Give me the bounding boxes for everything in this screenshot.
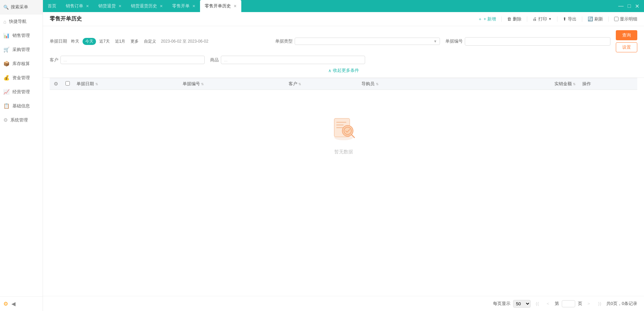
sidebar-item-finance[interactable]: 💰 资金管理 — [0, 71, 43, 85]
customer-label: 客户 — [50, 57, 58, 63]
column-settings-icon[interactable]: ⚙ — [53, 80, 59, 87]
query-button[interactable]: 查询 — [616, 30, 637, 40]
print-dropdown-icon: ▼ — [548, 17, 552, 21]
print-button[interactable]: 🖨 打印 ▼ — [533, 16, 552, 22]
col-customer-label: 客户 — [289, 81, 297, 86]
filter-row-2: 客户 ... 商品 ... — [50, 56, 637, 64]
settings-button[interactable]: 设置 — [616, 42, 637, 52]
date-btn-today[interactable]: 今天 — [83, 38, 96, 45]
tab-retail-open-history-label: 零售开单历史 — [205, 3, 231, 9]
tab-retail-open-history-close[interactable]: ✕ — [234, 4, 237, 8]
sort-date-icon[interactable]: ⇅ — [95, 82, 98, 86]
svg-rect-2 — [336, 122, 346, 123]
page-header: 零售开单历史 ＋ + 新增 🗑 删除 🖨 打印 ▼ — [43, 12, 644, 26]
sidebar-item-label: 销售管理 — [12, 33, 30, 39]
sort-guide-icon[interactable]: ⇅ — [376, 82, 379, 86]
sidebar-bottom: ⚙ ◀ — [0, 296, 43, 311]
product-input[interactable]: ... — [221, 56, 365, 64]
sidebar-item-label: 资金管理 — [12, 75, 30, 81]
tab-sales-return-history-close[interactable]: ✕ — [160, 4, 163, 8]
sidebar-search-label: 搜索采单 — [11, 4, 28, 10]
tab-sales-return-label: 销货退货 — [98, 3, 116, 9]
collapse-button[interactable]: ∧ 收起更多条件 — [50, 67, 637, 73]
sort-amount-icon[interactable]: ⇅ — [573, 82, 576, 86]
tab-sales-return-history[interactable]: 销货退货历史 ✕ — [126, 0, 167, 12]
th-amount: 实销金额 ⇅ — [473, 78, 579, 90]
date-btn-more[interactable]: 更多 — [129, 38, 141, 45]
tab-home[interactable]: 首页 — [43, 0, 61, 12]
show-detail-input[interactable] — [614, 17, 618, 21]
basic-icon: 📋 — [3, 103, 10, 109]
sidebar-item-basic-info[interactable]: 📋 基础信息 — [0, 99, 43, 113]
add-button[interactable]: ＋ + 新增 — [478, 16, 496, 22]
delete-button[interactable]: 🗑 删除 — [507, 16, 522, 22]
sidebar-item-inventory[interactable]: 📦 库存核算 — [0, 57, 43, 71]
sidebar-search[interactable]: 🔍 搜索采单 — [0, 0, 43, 14]
date-filter-label: 单据日期 — [50, 38, 67, 44]
gear-bottom-icon[interactable]: ⚙ — [3, 301, 8, 307]
table-container: ⚙ 单据日期 ⇅ 单据编号 ⇅ — [50, 78, 637, 296]
delete-icon: 🗑 — [507, 16, 511, 21]
sidebar-item-ops-mgmt[interactable]: 📈 经营管理 — [0, 85, 43, 99]
empty-illustration — [327, 110, 360, 144]
filter-doc-type: 单据类型 ▼ — [275, 38, 440, 45]
th-settings: ⚙ — [50, 78, 62, 90]
date-btn-yesterday[interactable]: 昨天 — [69, 38, 81, 45]
close-button[interactable]: ✕ — [634, 2, 641, 10]
tab-retail-open-history[interactable]: 零售开单历史 ✕ — [200, 0, 241, 12]
filter-doc-no: 单据编号 — [445, 37, 610, 46]
tab-sales-order[interactable]: 销售订单 ✕ — [61, 0, 94, 12]
doc-type-label: 单据类型 — [275, 38, 293, 44]
query-buttons: 查询 设置 — [616, 30, 637, 52]
prev-page-button[interactable]: ＜ — [544, 300, 552, 308]
sidebar-item-sales-mgmt[interactable]: 📊 销售管理 — [0, 29, 43, 43]
print-icon: 🖨 — [533, 16, 537, 21]
add-icon: ＋ — [478, 16, 482, 22]
sort-no-icon[interactable]: ⇅ — [201, 82, 204, 86]
divider-3 — [557, 16, 557, 22]
last-page-button[interactable]: ⟩⟩ — [596, 300, 604, 308]
doc-type-select[interactable]: ▼ — [295, 38, 440, 45]
refresh-icon: 🔄 — [588, 16, 593, 21]
date-btn-custom[interactable]: 自定义 — [142, 38, 158, 45]
sidebar-item-quick-nav[interactable]: ⌂ 快捷导航 — [0, 14, 43, 29]
table-area: ⚙ 单据日期 ⇅ 单据编号 ⇅ — [43, 78, 644, 296]
date-btn-1month[interactable]: 近1月 — [113, 38, 128, 45]
page-number-input[interactable]: 1 — [562, 300, 575, 307]
content-area: 零售开单历史 ＋ + 新增 🗑 删除 🖨 打印 ▼ — [43, 12, 644, 311]
tab-sales-return-close[interactable]: ✕ — [118, 4, 121, 8]
sidebar-item-sys-mgmt[interactable]: ⚙ 系统管理 — [0, 113, 43, 127]
next-page-button[interactable]: ＞ — [585, 300, 593, 308]
sort-customer-icon[interactable]: ⇅ — [298, 82, 301, 86]
sidebar-nav: ⌂ 快捷导航 📊 销售管理 🛒 采购管理 📦 库存核算 💰 资金管理 📈 经营管… — [0, 14, 43, 296]
doc-no-input[interactable] — [465, 37, 610, 46]
tab-sales-return[interactable]: 销货退货 ✕ — [94, 0, 126, 12]
sidebar-item-label: 系统管理 — [10, 117, 28, 123]
top-tabs: 首页 销售订单 ✕ 销货退货 ✕ 销货退货历史 ✕ 零售开单 ✕ 零售开单历史 … — [43, 0, 644, 12]
sidebar-item-purchase-mgmt[interactable]: 🛒 采购管理 — [0, 43, 43, 57]
per-page-label: 每页显示 — [493, 301, 510, 307]
tab-sales-return-history-label: 销货退货历史 — [131, 3, 157, 9]
settings-icon: ⚙ — [3, 117, 8, 123]
select-all-checkbox[interactable] — [65, 81, 70, 86]
tab-sales-order-close[interactable]: ✕ — [86, 4, 89, 8]
show-detail-checkbox[interactable]: 显示明细 — [614, 16, 637, 22]
empty-text: 暂无数据 — [334, 149, 353, 155]
tab-retail-open[interactable]: 零售开单 ✕ — [167, 0, 200, 12]
maximize-button[interactable]: □ — [626, 2, 632, 10]
filter-product: 商品 ... — [210, 56, 365, 64]
export-button[interactable]: ⬆ 导出 — [563, 16, 577, 22]
per-page-select[interactable]: 50 100 200 — [513, 300, 531, 308]
chevron-down-icon: ▼ — [433, 39, 437, 43]
page-label: 第 — [555, 301, 559, 307]
ops-icon: 📈 — [3, 89, 10, 95]
tab-retail-open-close[interactable]: ✕ — [192, 4, 195, 8]
collapse-sidebar-icon[interactable]: ◀ — [11, 301, 15, 307]
refresh-button[interactable]: 🔄 刷新 — [588, 16, 603, 22]
filter-date: 单据日期 昨天 今天 近7天 近1月 更多 自定义 2023-06-02 至 2… — [50, 38, 270, 45]
first-page-button[interactable]: ⟨⟨ — [533, 300, 541, 308]
customer-input[interactable]: ... — [60, 56, 205, 64]
date-buttons: 昨天 今天 近7天 近1月 更多 自定义 2023-06-02 至 2023-0… — [69, 38, 208, 45]
minimize-button[interactable]: — — [617, 2, 625, 10]
date-btn-7days[interactable]: 近7天 — [97, 38, 112, 45]
